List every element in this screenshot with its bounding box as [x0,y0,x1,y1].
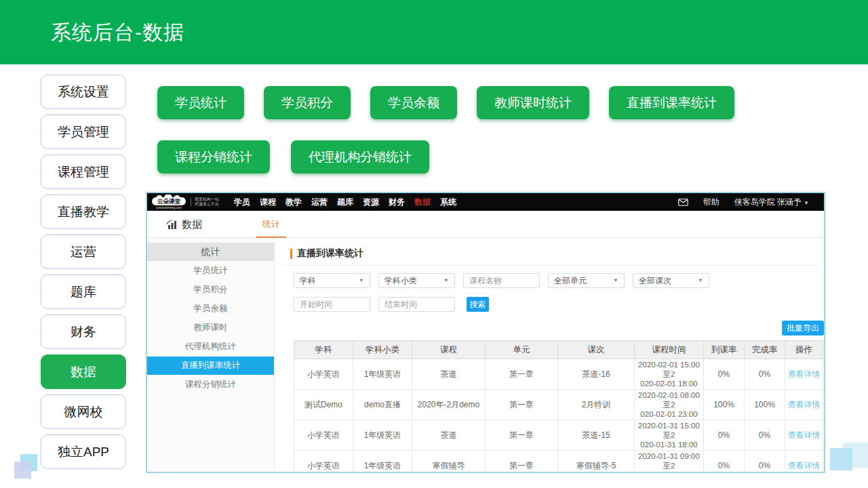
course-name-input[interactable] [463,273,540,288]
unit-select[interactable]: 全部单元 ▼ [548,273,625,288]
sidebar-item-live-teaching[interactable]: 直播教学 [41,195,126,229]
stats-side-nav: 统计 学员统计 学员积分 学员余额 教师课时 代理机构统计 直播到课率统计 课程… [147,238,275,472]
nav-item-students[interactable]: 学员 [234,197,250,208]
batch-export-button[interactable]: 批量导出 [782,321,824,336]
nav-item-teaching[interactable]: 教学 [285,197,302,208]
panel-title: 直播到课率统计 [290,247,363,260]
svg-text:云朵课堂: 云朵课堂 [157,198,181,205]
table-row: 小学英语 1年级英语 寒假辅导 第一章 寒假辅导-5 2020-01-31 09… [294,451,823,474]
subject-select[interactable]: 学科 ▼ [294,273,370,288]
breadcrumb: 数据 [166,211,202,238]
app-navbar: 云朵课堂 yunduoketang.com 教育机构一站 式服务云平台 学员 课… [147,193,824,211]
app-logo: 云朵课堂 yunduoketang.com 教育机构一站 式服务云平台 [151,195,219,209]
col-actions: 操作 [785,341,823,359]
chevron-down-icon: ▼ [443,278,448,284]
table-header-row: 学科 学科小类 课程 单元 课次 课程时间 到课率 完成率 操作 [294,341,823,359]
breadcrumb-section: 数据 [182,218,202,231]
sidebar-item-student-mgmt[interactable]: 学员管理 [41,115,126,149]
quick-btn-live-attendance[interactable]: 直播到课率统计 [609,86,734,119]
view-details-link[interactable]: 查看详情 [788,461,821,470]
logo-tagline: 教育机构一站 式服务云平台 [195,197,219,207]
quick-btn-teacher-hours[interactable]: 教师课时统计 [477,86,589,119]
sidebar: 系统设置 学员管理 课程管理 直播教学 运营 题库 财务 数据 微网校 独立AP… [41,75,126,469]
decor-square-blue-right [830,448,852,470]
admin-screenshot: 云朵课堂 yunduoketang.com 教育机构一站 式服务云平台 学员 课… [146,192,825,473]
sidebar-item-finance[interactable]: 财务 [41,314,126,349]
table-row: 测试Demo demo直播 2020年-2月demo 第一章 2月特训 2020… [294,390,823,420]
cloud-logo-icon: 云朵课堂 [151,195,187,206]
side-nav-student-balance[interactable]: 学员余额 [147,300,274,318]
sidebar-item-data[interactable]: 数据 [41,354,126,389]
side-nav-live-attendance[interactable]: 直播到课率统计 [147,357,274,375]
col-subject-sub: 学科小类 [353,341,412,359]
subject-sub-select[interactable]: 学科小类 ▼ [378,273,455,288]
sidebar-item-course-mgmt[interactable]: 课程管理 [41,155,126,189]
help-link[interactable]: 帮助 [703,197,719,208]
attendance-table: 学科 学科小类 课程 单元 课次 课程时间 到课率 完成率 操作 小学英语 1年… [294,340,823,473]
account-menu[interactable]: 侠客岛学院 张涵予▼ [734,197,809,208]
col-course-time: 课程时间 [635,341,704,359]
start-time-input[interactable] [294,297,370,312]
end-time-input[interactable] [378,297,455,312]
table-row: 小学英语 1年级英语 茶道 第一章 茶道-15 2020-01-31 15:00… [294,420,823,451]
quick-links-row-1: 学员统计 学员积分 学员余额 教师课时统计 直播到课率统计 [157,86,734,119]
logo-divider [191,198,191,207]
page-title: 系统后台-数据 [51,18,184,46]
bar-chart-icon [166,220,177,230]
nav-item-system[interactable]: 系统 [440,197,456,208]
view-details-link[interactable]: 查看详情 [788,400,821,409]
col-lesson: 课次 [558,341,635,359]
nav-item-courses[interactable]: 课程 [260,197,276,208]
side-nav-teacher-hours[interactable]: 教师课时 [147,319,274,337]
app-subheader: 数据 统计 [147,211,824,238]
nav-item-finance[interactable]: 财务 [389,197,405,208]
logo-url: yunduoketang.com [156,206,182,209]
quick-btn-student-stats[interactable]: 学员统计 [157,86,244,119]
side-nav-header: 统计 [147,243,274,261]
page-header: 系统后台-数据 [0,0,868,64]
sidebar-item-standalone-app[interactable]: 独立APP [41,434,126,469]
nav-item-resources[interactable]: 资源 [363,197,379,208]
decor-square-lavender-left [14,462,31,479]
quick-btn-course-distribution[interactable]: 课程分销统计 [157,140,270,174]
side-nav-student-stats[interactable]: 学员统计 [147,262,274,280]
panel-divider [285,265,818,266]
quick-btn-agency-distribution[interactable]: 代理机构分销统计 [291,140,429,174]
tab-statistics[interactable]: 统计 [256,211,287,238]
col-subject: 学科 [294,341,353,359]
quick-btn-student-points[interactable]: 学员积分 [264,86,351,119]
view-details-link[interactable]: 查看详情 [788,430,821,440]
chevron-down-icon: ▼ [359,278,363,284]
nav-item-question-bank[interactable]: 题库 [337,197,353,208]
stats-panel: 直播到课率统计 学科 ▼ 学科小类 ▼ 全部单元 ▼ 全部课次 ▼ 搜索 批量导… [275,238,824,472]
chevron-down-icon: ▼ [804,200,809,206]
sidebar-item-system-settings[interactable]: 系统设置 [41,75,126,109]
quick-links-row-2: 课程分销统计 代理机构分销统计 [157,140,429,174]
search-button[interactable]: 搜索 [467,297,489,312]
col-attendance-rate: 到课率 [704,341,745,359]
side-nav-agency-stats[interactable]: 代理机构统计 [147,338,274,356]
nav-item-data[interactable]: 数据 [414,197,431,208]
side-nav-course-distribution[interactable]: 课程分销统计 [147,375,274,394]
chevron-down-icon: ▼ [698,278,703,284]
col-completion-rate: 完成率 [745,341,785,359]
sidebar-item-operations[interactable]: 运营 [41,235,126,269]
mail-icon[interactable] [678,199,688,206]
table-row: 小学英语 1年级英语 茶道 第一章 茶道-16 2020-02-01 15:00… [294,359,823,390]
app-nav-menu: 学员 课程 教学 运营 题库 资源 财务 数据 系统 [234,193,456,211]
lesson-select[interactable]: 全部课次 ▼ [633,273,709,288]
app-nav-right: 帮助 侠客岛学院 张涵予▼ [678,193,809,211]
sidebar-item-question-bank[interactable]: 题库 [41,274,126,309]
side-nav-student-points[interactable]: 学员积分 [147,281,274,299]
chevron-down-icon: ▼ [613,278,618,284]
view-details-link[interactable]: 查看详情 [788,369,821,379]
sidebar-item-micro-school[interactable]: 微网校 [41,394,126,429]
col-unit: 单元 [486,341,558,359]
col-course: 课程 [412,341,486,359]
quick-btn-student-balance[interactable]: 学员余额 [370,86,457,119]
nav-item-operations[interactable]: 运营 [311,197,328,208]
title-accent-bar [290,249,292,259]
